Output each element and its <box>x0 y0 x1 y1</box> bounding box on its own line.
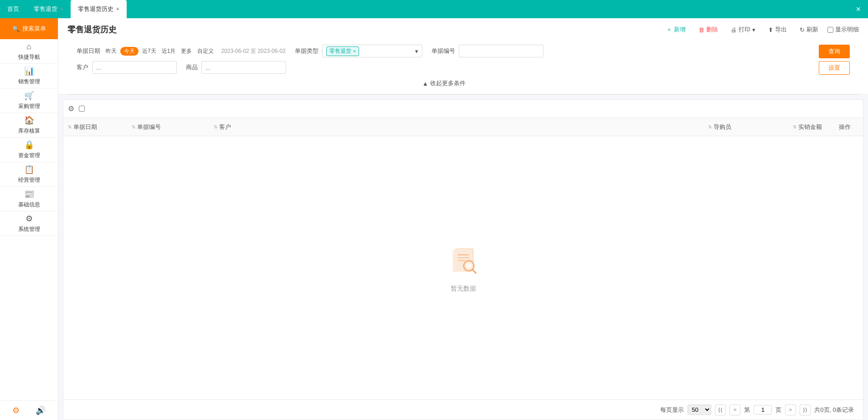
th-customer: ⇅ 客户 <box>209 123 704 131</box>
th-customer-label: 客户 <box>219 123 231 131</box>
sidebar-item-system-mgmt[interactable]: ⚙ 系统管理 <box>0 211 58 236</box>
table-settings-icon[interactable]: ⚙ <box>68 104 74 113</box>
print-label: 打印 <box>739 26 750 34</box>
system-icon: ⚙ <box>26 214 33 224</box>
sidebar-item-system-mgmt-label: 系统管理 <box>18 225 40 233</box>
table-toolbar: ⚙ <box>63 100 863 118</box>
page-last-button[interactable]: ⟩⟩ <box>800 405 811 415</box>
sidebar-item-inventory[interactable]: 🏠 库存核算 <box>0 113 58 138</box>
page-input[interactable] <box>754 405 772 415</box>
th-bill-no-label: 单据编号 <box>137 123 161 131</box>
type-filter: 单据类型 零售退货 × ▾ <box>295 45 422 57</box>
page-next-button[interactable]: ＞ <box>785 405 796 415</box>
date-range-display: 2023-06-02 至 2023-06-02 <box>221 47 285 55</box>
date-btn-custom[interactable]: 自定义 <box>195 47 216 56</box>
sidebar-item-purchase-mgmt[interactable]: 🛒 采购管理 <box>0 88 58 113</box>
content-area: 零售退货历史 ＋ 新增 🗑 删除 🖨 打印 ▾ <box>58 18 868 420</box>
sidebar-item-finance[interactable]: 🔒 资金管理 <box>0 138 58 162</box>
main-layout: 🔍 搜索菜单 ⌂ 快捷导航 📊 销售管理 🛒 采购管理 🏠 库存核算 🔒 资金管… <box>0 18 868 420</box>
table-header: ⇅ 单据日期 ⇅ 单据编号 ⇅ 客户 ⇅ 导购员 ⇅ 实销金额 <box>63 118 863 136</box>
settings-icon[interactable]: ⚙ <box>12 405 20 415</box>
page-first-button[interactable]: ⟨⟨ <box>715 405 726 415</box>
new-label: 新增 <box>674 26 686 34</box>
date-btn-yesterday[interactable]: 昨天 <box>104 47 118 56</box>
query-button[interactable]: 查询 <box>819 45 850 58</box>
table-select-all-checkbox[interactable] <box>79 106 85 112</box>
sidebar-item-basic-info-label: 基础信息 <box>18 201 40 209</box>
inventory-icon: 🏠 <box>24 115 34 125</box>
show-detail-checkbox-label[interactable]: 显示明细 <box>827 26 859 34</box>
tab-retail-return-history-label: 零售退货历史 <box>78 5 113 13</box>
per-page-select[interactable]: 20 50 100 <box>688 405 711 415</box>
th-amount: ⇅ 实销金额 <box>772 123 827 131</box>
delete-label: 删除 <box>706 26 718 34</box>
show-detail-checkbox[interactable] <box>827 27 833 33</box>
sidebar-item-operation-label: 经营管理 <box>18 176 40 184</box>
page-title: 零售退货历史 <box>67 24 117 35</box>
tab-retail-return-close[interactable]: × <box>60 6 63 12</box>
svg-point-7 <box>466 263 472 269</box>
customer-label: 客户 <box>77 63 88 72</box>
th-amount-label: 实销金额 <box>798 123 822 131</box>
page-prev-button[interactable]: ＜ <box>729 405 740 415</box>
sort-guide-icon[interactable]: ⇅ <box>708 124 712 129</box>
type-tag-close[interactable]: × <box>353 48 356 54</box>
type-select[interactable]: 零售退货 × ▾ <box>322 45 422 57</box>
audio-icon[interactable]: 🔊 <box>36 405 46 415</box>
sidebar-item-quick-nav-label: 快捷导航 <box>18 53 40 61</box>
tab-retail-return-history-close[interactable]: × <box>116 6 119 12</box>
date-btn-more[interactable]: 更多 <box>179 47 194 56</box>
sort-customer-icon[interactable]: ⇅ <box>214 124 217 129</box>
sales-icon: 📊 <box>24 66 34 76</box>
collapse-more-btn[interactable]: ▲ 收起更多条件 <box>77 77 812 89</box>
goods-label: 商品 <box>186 63 198 72</box>
toolbar: ＋ 新增 🗑 删除 🖨 打印 ▾ ⬆ 导出 <box>663 24 859 36</box>
delete-button[interactable]: 🗑 删除 <box>695 24 722 36</box>
settings-button[interactable]: 设置 <box>819 61 850 75</box>
refresh-label: 刷新 <box>806 26 818 34</box>
tab-retail-return[interactable]: 零售退货 × <box>26 0 71 18</box>
sort-date-icon[interactable]: ⇅ <box>68 124 72 129</box>
filter-row-1: 单据日期 昨天 今天 近7天 近1月 更多 自定义 2023-06-02 至 2… <box>77 45 812 57</box>
goods-input[interactable] <box>201 61 286 74</box>
tab-retail-return-history[interactable]: 零售退货历史 × <box>71 0 127 18</box>
delete-icon: 🗑 <box>699 26 704 33</box>
sidebar-item-operation[interactable]: 📋 经营管理 <box>0 162 58 187</box>
sidebar-item-sales-mgmt[interactable]: 📊 销售管理 <box>0 64 58 88</box>
close-all-button[interactable]: × <box>856 5 861 13</box>
bill-no-input[interactable] <box>459 45 544 57</box>
pagination: 每页显示 20 50 100 ⟨⟨ ＜ 第 页 ＞ ⟩⟩ 共0页, 0条记录 <box>63 400 863 420</box>
sidebar-item-sales-mgmt-label: 销售管理 <box>18 78 40 86</box>
date-btn-1month[interactable]: 近1月 <box>160 47 178 56</box>
operation-icon: 📋 <box>24 164 34 174</box>
print-button[interactable]: 🖨 打印 ▾ <box>727 24 759 36</box>
type-tag-text: 零售退货 <box>329 47 351 55</box>
new-button[interactable]: ＋ 新增 <box>663 24 689 36</box>
th-guide-label: 导购员 <box>714 123 731 131</box>
customer-input[interactable] <box>92 61 177 74</box>
sidebar-item-quick-nav[interactable]: ⌂ 快捷导航 <box>0 39 58 64</box>
tab-home[interactable]: 首页 <box>0 0 26 18</box>
page-title-row: 零售退货历史 ＋ 新增 🗑 删除 🖨 打印 ▾ <box>67 24 859 36</box>
table-area: ⚙ ⇅ 单据日期 ⇅ 单据编号 ⇅ 客户 ⇅ 导购员 <box>63 99 863 420</box>
th-guide: ⇅ 导购员 <box>704 123 772 131</box>
sidebar-item-basic-info[interactable]: 📰 基础信息 <box>0 187 58 211</box>
date-btn-7days[interactable]: 近7天 <box>140 47 158 56</box>
sidebar-item-finance-label: 资金管理 <box>18 152 40 159</box>
sort-amount-icon[interactable]: ⇅ <box>793 124 796 129</box>
page-unit: 页 <box>776 406 781 414</box>
export-button[interactable]: ⬆ 导出 <box>765 24 791 36</box>
basic-info-icon: 📰 <box>24 189 34 199</box>
refresh-button[interactable]: ↻ 刷新 <box>796 24 822 36</box>
sidebar-search-label: 搜索菜单 <box>22 25 46 33</box>
date-btn-today[interactable]: 今天 <box>120 47 139 56</box>
tab-retail-return-label: 零售退货 <box>34 5 57 13</box>
th-action-label: 操作 <box>839 123 851 131</box>
home-icon: ⌂ <box>26 42 31 51</box>
sidebar-search-menu[interactable]: 🔍 搜索菜单 <box>0 18 58 39</box>
sort-bill-no-icon[interactable]: ⇅ <box>132 124 135 129</box>
empty-state: 暂无数据 <box>445 243 482 293</box>
show-detail-label: 显示明细 <box>835 26 859 34</box>
page-summary: 共0页, 0条记录 <box>814 406 854 414</box>
th-date-label: 单据日期 <box>73 123 97 131</box>
